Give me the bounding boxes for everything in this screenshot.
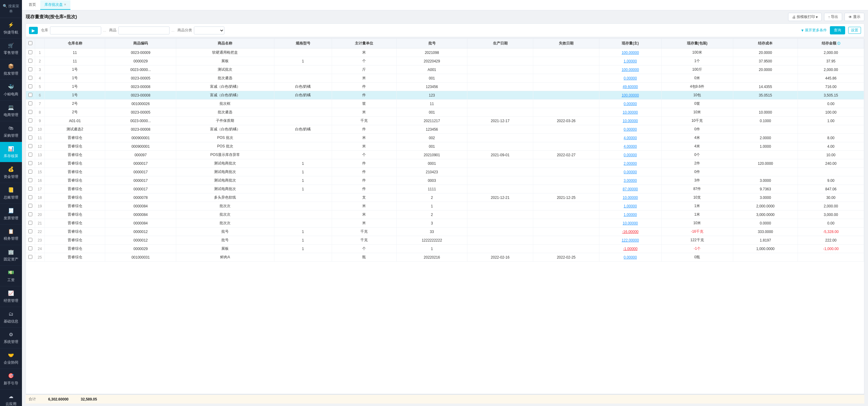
row-checkbox[interactable] [26, 210, 35, 219]
sidebar-item-cloud[interactable]: ☁云应用 [0, 390, 22, 406]
cell-qty_main[interactable]: 10.00000 [599, 219, 661, 228]
row-checkbox[interactable] [26, 134, 35, 142]
cell-qty_stock: 0筐 [661, 100, 733, 108]
export-button[interactable]: ↑ 导出 [824, 13, 842, 21]
cell-qty_main[interactable]: 0.00000 [599, 168, 661, 176]
cell-unit: 件 [332, 91, 397, 100]
row-checkbox[interactable] [26, 108, 35, 117]
cell-product_name: 测试电商批次 [176, 168, 274, 176]
cell-qty_main[interactable]: 0.00000 [599, 253, 661, 262]
cell-qty_main[interactable]: 100.00000 [599, 66, 661, 74]
product-input[interactable] [118, 27, 169, 34]
sidebar-item-payroll[interactable]: 💵工资 [0, 266, 22, 286]
sidebar-item-ecom[interactable]: 💻电商管理 [0, 101, 22, 121]
row-checkbox[interactable] [26, 57, 35, 66]
tab-close-inventory-batch[interactable]: × [64, 2, 66, 7]
sidebar-item-invoice[interactable]: 🧾发票管理 [0, 204, 22, 225]
display-button[interactable]: 👁 显示 [844, 13, 864, 21]
cell-total_cost [798, 125, 864, 134]
cell-qty_main[interactable]: 100.00000 [599, 91, 661, 100]
sidebar-item-sys[interactable]: ⚙系统管理 [0, 328, 22, 348]
cell-qty_stock: 1米 [661, 202, 733, 210]
cell-qty_main[interactable]: 4.00000 [599, 134, 661, 142]
sidebar-item-collab[interactable]: 🤝企业协同 [0, 348, 22, 369]
cell-qty_main[interactable]: 4.00000 [599, 142, 661, 151]
cell-qty_main[interactable]: 10.00000 [599, 117, 661, 125]
sidebar-item-accounts[interactable]: 📒总账管理 [0, 183, 22, 204]
row-checkbox[interactable] [26, 66, 35, 74]
cell-qty_main[interactable]: 1.00000 [599, 202, 661, 210]
print-button[interactable]: 🖨 按模板打印 ▾ [788, 13, 822, 21]
cell-qty_main[interactable]: -1.00000 [599, 244, 661, 253]
cell-warehouse: 晋睿综仓 [45, 185, 105, 194]
cell-qty_main[interactable]: 3.00000 [599, 176, 661, 185]
search-button[interactable]: 查询 [830, 26, 845, 34]
cell-produce_date [467, 74, 533, 82]
row-checkbox[interactable] [26, 228, 35, 236]
tab-inventory-batch[interactable]: 库存批次盘× [40, 0, 70, 10]
row-checkbox[interactable] [26, 253, 35, 262]
cell-qty_main[interactable]: 0.00000 [599, 151, 661, 159]
cell-warehouse: 晋睿综仓 [45, 194, 105, 202]
row-checkbox[interactable] [26, 159, 35, 168]
cell-qty_main[interactable]: 1.00000 [599, 57, 661, 66]
cell-qty_main[interactable]: 2.00000 [599, 159, 661, 168]
filter-expand-btn[interactable]: ▶ [29, 27, 38, 34]
select-all-checkbox[interactable] [28, 41, 32, 45]
sidebar-item-tax[interactable]: 📋税务管理 [0, 225, 22, 245]
row-checkbox[interactable] [26, 185, 35, 194]
cell-unit: 米 [332, 210, 397, 219]
row-checkbox[interactable] [26, 48, 35, 57]
sidebar-search[interactable]: 🔍 搜索菜单 [0, 0, 22, 18]
sidebar-item-retail[interactable]: 🛒零售管理 [0, 39, 22, 59]
sidebar-item-finance[interactable]: 💰资金管理 [0, 162, 22, 183]
row-checkbox[interactable] [26, 100, 35, 108]
sidebar-item-fixed-assets[interactable]: 🏢固定资产 [0, 245, 22, 266]
row-checkbox[interactable] [26, 142, 35, 151]
cell-qty_main[interactable]: 100.00000 [599, 48, 661, 57]
sidebar-item-purchase[interactable]: 🛍采购管理 [0, 121, 22, 142]
warehouse-input[interactable] [50, 27, 101, 34]
cell-qty_main[interactable]: 10.00000 [599, 194, 661, 202]
row-checkbox[interactable] [26, 82, 35, 91]
expand-conditions-btn[interactable]: ▼ 展开更多条件 [801, 28, 827, 33]
row-checkbox[interactable] [26, 125, 35, 134]
row-checkbox[interactable] [26, 74, 35, 82]
row-checkbox[interactable] [26, 91, 35, 100]
sidebar-item-ops[interactable]: 📈经营管理 [0, 286, 22, 307]
cell-qty_main[interactable]: 49.60000 [599, 82, 661, 91]
sidebar-item-basic-info[interactable]: 🗂基础信息 [0, 307, 22, 328]
sidebar-item-wholesale[interactable]: 📦批发管理 [0, 59, 22, 80]
row-num: 12 [35, 142, 45, 151]
row-checkbox[interactable] [26, 202, 35, 210]
sidebar-item-newbie[interactable]: 🎯新手引导 [0, 369, 22, 390]
cell-qty_main[interactable]: 10.00000 [599, 108, 661, 117]
col-header-total_cost: 结存金额 ⓘ [798, 39, 864, 48]
row-checkbox[interactable] [26, 236, 35, 244]
row-checkbox[interactable] [26, 117, 35, 125]
sidebar-item-inventory[interactable]: 📊库存核算 [0, 142, 22, 163]
cell-unit: 米 [332, 74, 397, 82]
cell-qty_main[interactable]: 87.00000 [599, 185, 661, 194]
row-checkbox[interactable] [26, 151, 35, 159]
tab-home[interactable]: 首页 [24, 0, 40, 10]
cell-qty_main[interactable]: 122.00000 [599, 236, 661, 244]
settings-link[interactable]: 设置 [848, 27, 861, 34]
cell-qty_main[interactable]: 0.00000 [599, 125, 661, 134]
cell-total_cost: 716.00 [798, 82, 864, 91]
row-checkbox[interactable] [26, 168, 35, 176]
cell-expire_date [533, 134, 599, 142]
row-checkbox[interactable] [26, 244, 35, 253]
cell-qty_main[interactable]: 0.00000 [599, 74, 661, 82]
row-checkbox[interactable] [26, 176, 35, 185]
category-select[interactable] [194, 27, 224, 34]
sidebar-item-small-ecom[interactable]: 🐳小鲸电商 [0, 80, 22, 101]
cell-expire_date [533, 82, 599, 91]
table-row: 18晋睿综仓0000078多头异色软线支22021-12-212021-12-2… [26, 194, 864, 202]
sidebar-item-quick-nav[interactable]: ⚡快捷导航 [0, 18, 22, 39]
cell-qty_main[interactable]: 1.00000 [599, 210, 661, 219]
row-checkbox[interactable] [26, 219, 35, 228]
cell-qty_main[interactable]: 0.00000 [599, 100, 661, 108]
cell-qty_main[interactable]: -16.00000 [599, 228, 661, 236]
row-checkbox[interactable] [26, 194, 35, 202]
